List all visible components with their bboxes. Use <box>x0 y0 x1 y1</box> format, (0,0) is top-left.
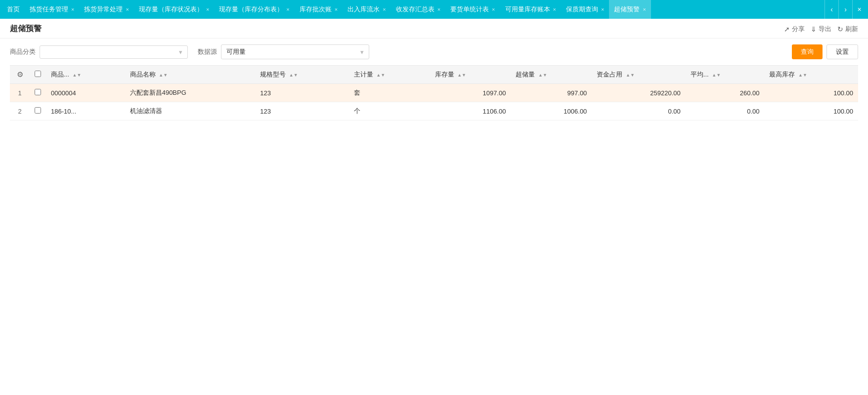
row-unit-0: 套 <box>349 84 430 102</box>
nav-home[interactable]: 首页 <box>2 0 25 19</box>
category-select[interactable]: ▾ <box>40 45 188 59</box>
th-checkbox[interactable] <box>30 66 46 84</box>
row-product-code-1: 186-10... <box>46 102 125 120</box>
nav-summary-close[interactable]: × <box>437 6 440 12</box>
nav-task-mgmt[interactable]: 拣货任务管理 × <box>25 0 79 19</box>
row-avg-1: 0.00 <box>686 102 765 120</box>
row-checkbox-0[interactable] <box>30 84 46 102</box>
category-filter: 商品分类 ▾ <box>10 45 188 59</box>
nav-order-stat-label: 要货单统计表 <box>450 5 489 14</box>
nav-exception[interactable]: 拣货异常处理 × <box>79 0 133 19</box>
nav-expiry-label: 保质期查询 <box>566 5 598 14</box>
table-row[interactable]: 2 186-10... 机油滤清器 123 个 1106.00 1006.00 … <box>10 102 858 120</box>
nav-task-mgmt-label: 拣货任务管理 <box>30 5 68 14</box>
nav-arrows: ‹ › × <box>825 0 866 19</box>
nav-summary[interactable]: 收发存汇总表 × <box>391 0 445 19</box>
sort-overstock-icon[interactable]: ▲▼ <box>538 73 547 78</box>
nav-inout-flow[interactable]: 出入库流水 × <box>343 0 391 19</box>
sort-capital-icon[interactable]: ▲▼ <box>626 73 635 78</box>
query-button[interactable]: 查询 <box>792 44 823 59</box>
nav-task-mgmt-close[interactable]: × <box>71 6 74 12</box>
nav-inout-flow-close[interactable]: × <box>383 6 386 12</box>
nav-exception-close[interactable]: × <box>126 6 129 12</box>
sort-unit-icon[interactable]: ▲▼ <box>376 73 385 78</box>
nav-expiry-close[interactable]: × <box>601 6 604 12</box>
nav-stock-status[interactable]: 现存量（库存状况表） × <box>134 0 214 19</box>
filter-area: 商品分类 ▾ 数据源 可用量 ▾ 查询 设置 <box>0 39 868 65</box>
table-wrapper: ⚙ 商品... ▲▼ 商品名称 ▲▼ 规格型号 ▲▼ 主计 <box>0 65 868 120</box>
nav-batch-account-close[interactable]: × <box>335 6 338 12</box>
datasource-label: 数据源 <box>198 47 217 56</box>
row-stock-0: 1097.00 <box>430 84 511 102</box>
nav-batch-account[interactable]: 库存批次账 × <box>295 0 343 19</box>
nav-summary-label: 收发存汇总表 <box>396 5 434 14</box>
th-product-code[interactable]: 商品... ▲▼ <box>46 66 125 84</box>
header-actions: ➚ 分享 ⇓ 导出 ↻ 刷新 <box>784 25 858 34</box>
row-max-stock-1: 100.00 <box>764 102 858 120</box>
row-check-0[interactable] <box>35 89 41 95</box>
table-body: 1 0000004 六配套新昌490BPG 123 套 1097.00 997.… <box>10 84 858 120</box>
nav-order-stat-close[interactable]: × <box>492 6 495 12</box>
nav-stock-dist[interactable]: 现存量（库存分布表） × <box>214 0 294 19</box>
th-product-name-label: 商品名称 <box>130 71 156 78</box>
sort-max-stock-icon[interactable]: ▲▼ <box>798 73 807 78</box>
row-spec-0: 123 <box>255 84 348 102</box>
sort-avg-icon[interactable]: ▲▼ <box>712 73 721 78</box>
sort-spec-icon[interactable]: ▲▼ <box>289 73 298 78</box>
th-capital[interactable]: 资金占用 ▲▼ <box>592 66 685 84</box>
nav-stock-dist-label: 现存量（库存分布表） <box>219 5 283 14</box>
nav-overstock-close[interactable]: × <box>643 6 646 12</box>
share-button[interactable]: ➚ 分享 <box>784 25 805 34</box>
th-stock[interactable]: 库存量 ▲▼ <box>430 66 511 84</box>
nav-overstock[interactable]: 超储预警 × <box>609 0 651 19</box>
row-product-name-0: 六配套新昌490BPG <box>125 84 256 102</box>
settings-button[interactable]: 设置 <box>826 44 858 59</box>
row-checkbox-1[interactable] <box>30 102 46 120</box>
export-button[interactable]: ⇓ 导出 <box>811 25 831 34</box>
nav-avail-book[interactable]: 可用量库存账本 × <box>500 0 561 19</box>
nav-stock-status-label: 现存量（库存状况表） <box>139 5 203 14</box>
nav-arrow-left[interactable]: ‹ <box>825 0 838 19</box>
th-settings[interactable]: ⚙ <box>10 66 30 84</box>
row-check-1[interactable] <box>35 107 41 114</box>
th-spec-label: 规格型号 <box>260 71 286 78</box>
th-product-code-label: 商品... <box>51 71 69 78</box>
filter-actions: 查询 设置 <box>792 44 858 59</box>
th-overstock[interactable]: 超储量 ▲▼ <box>511 66 592 84</box>
nav-stock-dist-close[interactable]: × <box>286 6 289 12</box>
th-overstock-label: 超储量 <box>516 71 535 78</box>
nav-order-stat[interactable]: 要货单统计表 × <box>445 0 500 19</box>
th-max-stock[interactable]: 最高库存 ▲▼ <box>764 66 858 84</box>
table-gear-icon[interactable]: ⚙ <box>17 70 23 79</box>
export-icon: ⇓ <box>811 25 817 33</box>
share-icon: ➚ <box>784 25 790 33</box>
sort-product-code-icon[interactable]: ▲▼ <box>72 73 81 78</box>
nav-arrow-close[interactable]: × <box>852 0 866 19</box>
select-all-checkbox[interactable] <box>35 71 41 77</box>
th-avg-label: 平均... <box>691 71 709 78</box>
row-overstock-0: 997.00 <box>511 84 592 102</box>
page-title: 超储预警 <box>10 24 42 34</box>
refresh-button[interactable]: ↻ 刷新 <box>837 25 858 34</box>
th-spec[interactable]: 规格型号 ▲▼ <box>255 66 348 84</box>
page-header: 超储预警 ➚ 分享 ⇓ 导出 ↻ 刷新 <box>0 19 868 39</box>
nav-home-label: 首页 <box>7 5 20 14</box>
nav-arrow-right[interactable]: › <box>838 0 852 19</box>
th-product-name[interactable]: 商品名称 ▲▼ <box>125 66 256 84</box>
nav-expiry[interactable]: 保质期查询 × <box>561 0 609 19</box>
th-unit-label: 主计量 <box>354 71 373 78</box>
sort-stock-icon[interactable]: ▲▼ <box>457 73 466 78</box>
th-avg[interactable]: 平均... ▲▼ <box>686 66 765 84</box>
datasource-select-value: 可用量 <box>226 47 246 56</box>
row-product-code-0: 0000004 <box>46 84 125 102</box>
nav-stock-status-close[interactable]: × <box>206 6 209 12</box>
nav-avail-book-close[interactable]: × <box>553 6 556 12</box>
th-unit[interactable]: 主计量 ▲▼ <box>349 66 430 84</box>
datasource-filter: 数据源 可用量 ▾ <box>198 44 369 59</box>
sort-product-name-icon[interactable]: ▲▼ <box>159 73 168 78</box>
refresh-icon: ↻ <box>837 25 843 33</box>
row-product-name-1: 机油滤清器 <box>125 102 256 120</box>
table-row[interactable]: 1 0000004 六配套新昌490BPG 123 套 1097.00 997.… <box>10 84 858 102</box>
datasource-select[interactable]: 可用量 ▾ <box>221 44 369 59</box>
row-num-0: 1 <box>10 84 30 102</box>
